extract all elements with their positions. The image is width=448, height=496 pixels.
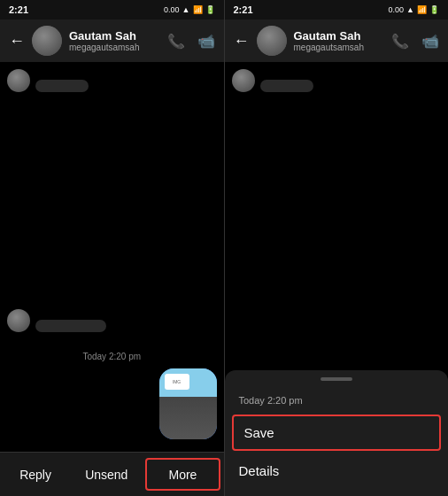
video-icon-left[interactable]: 📹 <box>197 33 215 50</box>
right-screen: 2:21 0.00 ▲ 📶 🔋 ← Gautam Sah megagautsam… <box>225 0 449 496</box>
network-icon-right: 0.00 <box>389 5 405 14</box>
signal-icon-right: 📶 <box>417 5 427 14</box>
left-screen: 2:21 0.00 ▲ 📶 🔋 ← Gautam Sah megagautsam… <box>0 0 224 496</box>
msg-avatar-1 <box>7 69 30 92</box>
status-bar-left: 2:21 0.00 ▲ 📶 🔋 <box>0 0 224 19</box>
status-time-left: 2:21 <box>9 4 28 15</box>
wifi-icon: ▲ <box>182 5 190 14</box>
status-bar-right: 2:21 0.00 ▲ 📶 🔋 <box>225 0 449 19</box>
status-time-right: 2:21 <box>234 4 253 15</box>
unsend-button[interactable]: Unsend <box>71 453 142 496</box>
header-info-left: Gautam Sah megagautsamsah <box>69 29 160 52</box>
contact-name-right: Gautam Sah <box>294 29 385 43</box>
wifi-icon-right: ▲ <box>406 5 414 14</box>
back-button-right[interactable]: ← <box>234 32 250 50</box>
video-icon-right[interactable]: 📹 <box>421 33 439 50</box>
action-bar-left: Reply Unsend More <box>0 452 224 496</box>
contact-avatar-left <box>32 26 62 56</box>
header-actions-right: 📞 📹 <box>391 33 439 50</box>
msg-avatar-2 <box>7 309 30 332</box>
header-right: ← Gautam Sah megagautsamsah 📞 📹 <box>225 19 449 62</box>
network-icon: 0.00 <box>164 5 180 14</box>
header-actions-left: 📞 📹 <box>167 33 215 50</box>
save-button-sheet[interactable]: Save <box>232 415 442 451</box>
sheet-timestamp: Today 2:20 pm <box>225 391 449 413</box>
right-message-row-1 <box>232 69 442 92</box>
msg-bubble-1 <box>35 80 89 92</box>
status-icons-left: 0.00 ▲ 📶 🔋 <box>164 5 214 14</box>
signal-icon: 📶 <box>193 5 203 14</box>
call-icon-right[interactable]: 📞 <box>391 33 409 50</box>
message-row-2 <box>7 309 217 332</box>
header-left: ← Gautam Sah megagautsamsah 📞 📹 <box>0 19 224 62</box>
right-msg-bubble-1 <box>260 80 313 92</box>
call-icon-left[interactable]: 📞 <box>167 33 185 50</box>
sent-image-row-left: IMG <box>7 368 217 439</box>
battery-icon: 🔋 <box>205 5 215 14</box>
image-overlay-left: IMG <box>165 374 189 390</box>
sent-image-left: IMG <box>159 368 217 439</box>
contact-username-right: megagautsamsah <box>294 43 385 52</box>
contact-username-left: megagautsamsah <box>69 43 160 52</box>
bottom-sheet: Today 2:20 pm Save Details <box>225 370 449 496</box>
chat-area-left: Today 2:20 pm IMG <box>0 62 224 452</box>
more-button[interactable]: More <box>145 458 220 491</box>
status-icons-right: 0.00 ▲ 📶 🔋 <box>389 5 439 14</box>
right-msg-avatar-1 <box>232 69 255 92</box>
contact-name-left: Gautam Sah <box>69 29 160 43</box>
sheet-handle <box>321 377 352 381</box>
header-info-right: Gautam Sah megagautsamsah <box>294 29 385 52</box>
contact-avatar-right <box>257 26 287 56</box>
battery-icon-right: 🔋 <box>429 5 439 14</box>
sent-bubble-left: IMG <box>159 368 217 439</box>
message-row-1 <box>7 69 217 92</box>
details-button-sheet[interactable]: Details <box>225 453 449 489</box>
back-button-left[interactable]: ← <box>9 32 25 50</box>
chat-timestamp-left: Today 2:20 pm <box>7 352 217 361</box>
reply-button[interactable]: Reply <box>0 453 71 496</box>
msg-bubble-2 <box>35 320 106 332</box>
